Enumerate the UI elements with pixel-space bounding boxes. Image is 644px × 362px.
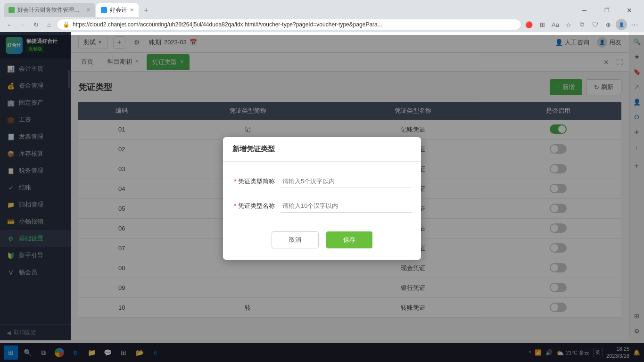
cancel-button[interactable]: 取消 xyxy=(272,231,319,248)
modal-footer: 取消 保存 xyxy=(223,226,421,260)
close-window-button[interactable]: ✕ xyxy=(619,4,640,17)
minimize-button[interactable]: ─ xyxy=(573,4,595,17)
tab-bar: 好会计云财务软件管理系统_会计 ✕ 好会计 ✕ + ─ ❐ ✕ xyxy=(0,0,644,17)
tab-favicon-1 xyxy=(8,7,15,13)
browser-action-1[interactable]: 🔴 xyxy=(523,19,535,30)
browser-action-7[interactable]: ⊕ xyxy=(603,19,614,30)
nav-forward[interactable]: → xyxy=(17,19,28,30)
browser-profile[interactable]: 👤 xyxy=(616,19,627,30)
address-bar[interactable]: 🔒 https://cloud2.chanjet.com/accounting/… xyxy=(57,19,521,30)
restore-button[interactable]: ❐ xyxy=(596,4,618,17)
modal-overlay: 新增凭证类型 * 凭证类型简称 * 凭证类型名称 取消 保存 xyxy=(0,35,644,362)
tab-label-2: 好会计 xyxy=(110,6,127,14)
tab-favicon-2 xyxy=(101,7,107,13)
modal-header: 新增凭证类型 xyxy=(223,137,421,162)
browser-tab-1[interactable]: 好会计云财务软件管理系统_会计 ✕ xyxy=(4,3,95,17)
browser-chrome: 好会计云财务软件管理系统_会计 ✕ 好会计 ✕ + ─ ❐ ✕ ← → ↻ ⌂ … xyxy=(0,0,644,32)
browser-menu[interactable]: ⋯ xyxy=(629,19,640,30)
modal: 新增凭证类型 * 凭证类型简称 * 凭证类型名称 取消 保存 xyxy=(223,137,421,260)
name-label: * 凭证类型名称 xyxy=(232,202,275,210)
browser-action-6[interactable]: 🛡 xyxy=(589,19,601,30)
new-tab-button[interactable]: + xyxy=(140,4,153,17)
browser-action-3[interactable]: Aa xyxy=(550,19,561,30)
modal-title: 新增凭证类型 xyxy=(232,145,275,153)
tab-close-2[interactable]: ✕ xyxy=(130,7,134,13)
modal-body: * 凭证类型简称 * 凭证类型名称 xyxy=(223,162,421,226)
form-row-abbr: * 凭证类型简称 xyxy=(232,175,412,188)
browser-action-2[interactable]: ⊞ xyxy=(537,19,548,30)
url-text[interactable]: https://cloud2.chanjet.com/accounting/uh… xyxy=(73,21,515,28)
browser-action-5[interactable]: ⧉ xyxy=(576,19,587,30)
address-bar-row: ← → ↻ ⌂ 🔒 https://cloud2.chanjet.com/acc… xyxy=(0,17,644,32)
tab-label-1: 好会计云财务软件管理系统_会计 xyxy=(17,6,83,14)
tab-close-1[interactable]: ✕ xyxy=(86,7,91,13)
save-button[interactable]: 保存 xyxy=(326,231,372,248)
nav-back[interactable]: ← xyxy=(4,19,15,30)
browser-action-4[interactable]: ☆ xyxy=(563,19,574,30)
form-row-name: * 凭证类型名称 xyxy=(232,199,412,213)
name-input[interactable] xyxy=(281,199,412,213)
lock-icon: 🔒 xyxy=(63,21,70,28)
nav-home[interactable]: ⌂ xyxy=(43,19,55,30)
abbr-label: * 凭证类型简称 xyxy=(232,177,275,186)
nav-refresh[interactable]: ↻ xyxy=(30,19,41,30)
browser-tab-2[interactable]: 好会计 ✕ xyxy=(96,3,139,17)
abbr-input[interactable] xyxy=(281,175,412,188)
